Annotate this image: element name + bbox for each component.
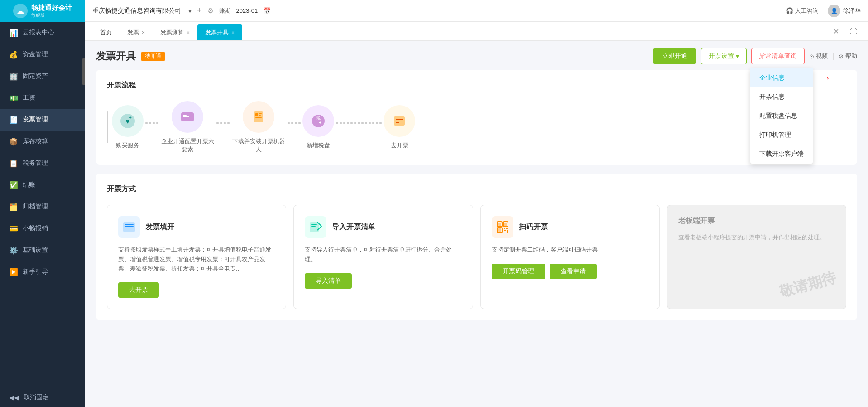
video-button[interactable]: ⊙ 视频 (809, 52, 828, 60)
add-company-icon[interactable]: + (197, 6, 202, 15)
abnormal-button[interactable]: 异常清单查询 (751, 48, 805, 64)
svg-rect-4 (183, 115, 187, 116)
svg-rect-16 (396, 121, 401, 121)
svg-rect-30 (498, 228, 501, 232)
step4-label: 新增税盘 (307, 141, 330, 150)
dot (365, 122, 367, 124)
sidebar-label-jichushezhi: 基础设置 (23, 246, 48, 254)
pin-icon: ◀◀ (9, 394, 19, 401)
card1-button[interactable]: 去开票 (118, 282, 159, 298)
step2-icon (172, 101, 203, 133)
inventory-icon: 📦 (9, 137, 18, 146)
sidebar-item-jiezhang[interactable]: ✅ 结账 (0, 174, 85, 196)
sidebar-item-yunbaobiao[interactable]: 📊 云报表中心 (0, 22, 85, 44)
period-label: 账期 (219, 7, 231, 15)
dots-3 (288, 122, 301, 124)
methods-grid: 发票填开 支持按照发票样式手工填开发票；可开具增值税电子普通发票、增值税普通发票… (107, 205, 846, 309)
dot (379, 122, 382, 124)
svg-rect-23 (311, 224, 317, 225)
page-header: 发票开具 待开通 立即开通 开票设置 ▾ 企业信息 (85, 41, 868, 70)
fapiao-tab-label: 发票 (127, 29, 139, 37)
sidebar-item-guidang[interactable]: 🗂️ 归档管理 (0, 196, 85, 218)
tab-home[interactable]: 首页 (92, 24, 120, 40)
dot (361, 122, 364, 124)
settings-button[interactable]: 开票设置 ▾ (701, 48, 747, 64)
step3-icon (243, 101, 274, 133)
dot (350, 122, 353, 124)
close-window-button[interactable]: ✕ (830, 25, 843, 38)
tab-fapiaocesuan[interactable]: 发票测算 × (153, 24, 197, 40)
card3-button2[interactable]: 查看申请 (550, 264, 597, 279)
flow-step-1: ♥+ 购买服务 (112, 105, 144, 150)
user-info[interactable]: 👤 徐泽华 (828, 5, 861, 17)
tab-bar: 首页 发票 × 发票测算 × 发票开具 × ✕ ⛶ (85, 22, 868, 41)
sidebar-item-zijin[interactable]: 💰 资金管理 (0, 44, 85, 65)
dots-2 (216, 122, 230, 124)
overlay-text: 敬请期待 (777, 268, 838, 303)
tab-fapiaokuju[interactable]: 发票开具 × (197, 24, 242, 40)
help-button[interactable]: ⊘ 帮助 (839, 52, 857, 60)
check-icon: ✅ (9, 180, 18, 189)
maximize-window-button[interactable]: ⛶ (846, 26, 861, 38)
cancel-fixed-button[interactable]: ◀◀ 取消固定 (0, 388, 85, 407)
sidebar-item-baoxiao[interactable]: 💳 小畅报销 (0, 218, 85, 239)
svg-rect-10 (255, 117, 262, 118)
expense-icon: 💳 (9, 224, 18, 233)
settings-icon[interactable]: ⚙ (207, 6, 214, 15)
step2-label: 企业开通配置开票六要素 (160, 137, 215, 154)
dropdown-item-kaipiaoxinxi[interactable]: 开票信息 (750, 87, 813, 107)
dot (295, 122, 297, 124)
tab-fapiao[interactable]: 发票 × (120, 24, 153, 40)
dropdown-item-peizhi[interactable]: 配置税盘信息 (750, 107, 813, 126)
sidebar-label-gudingzichan: 固定资产 (23, 72, 48, 80)
kuju-tab-close[interactable]: × (231, 29, 235, 36)
dot (354, 122, 356, 124)
company-name: 重庆畅捷交通信息咨询有限公司 (92, 7, 181, 15)
sidebar-item-gudingzichan[interactable]: 🏢 固定资产 (0, 65, 85, 87)
sidebar-item-fapiao[interactable]: 🧾 发票管理 (0, 109, 85, 131)
card1-header: 发票填开 (118, 216, 275, 238)
sidebar-label-baoxiao: 小畅报销 (23, 224, 48, 233)
svg-rect-24 (311, 226, 316, 227)
svg-rect-32 (506, 228, 508, 229)
cesuan-tab-close[interactable]: × (187, 29, 190, 36)
company-dropdown-icon[interactable]: ▾ (188, 7, 192, 15)
dot (376, 122, 378, 124)
sidebar-label-zijin: 资金管理 (23, 50, 48, 58)
methods-section-title: 开票方式 (107, 184, 846, 194)
flow-step-2: 企业开通配置开票六要素 (160, 101, 215, 154)
dropdown-item-dayin[interactable]: 打印机管理 (750, 126, 813, 145)
flow-step-divider-area (107, 111, 108, 143)
calendar-icon[interactable]: 📅 (263, 7, 271, 15)
page-title-area: 发票开具 待开通 (96, 49, 165, 63)
sidebar-item-gongzi[interactable]: 💵 工资 (0, 87, 85, 109)
method-card-saoma: 扫码开票 支持定制开票二维码，客户端可扫码开票 开票码管理 查看申请 (480, 205, 660, 309)
activate-button[interactable]: 立即开通 (653, 48, 696, 64)
card2-button[interactable]: 导入清单 (305, 273, 352, 289)
dropdown-item-qiyexinxi[interactable]: 企业信息 → (750, 68, 813, 87)
red-arrow-icon: → (821, 72, 831, 84)
flow-steps: ♥+ 购买服务 (107, 101, 846, 154)
user-name: 徐泽华 (843, 7, 861, 15)
sidebar-item-shuiwu[interactable]: 📋 税务管理 (0, 152, 85, 174)
service-button[interactable]: 🎧 人工咨询 (786, 7, 819, 15)
money-icon: 💰 (9, 50, 18, 59)
invoice-icon: 🧾 (9, 115, 18, 124)
dot (149, 122, 151, 124)
building-icon: 🏢 (9, 72, 18, 81)
sidebar-item-jichushezhi[interactable]: ⚙️ 基础设置 (0, 239, 85, 261)
fapiao-tab-close[interactable]: × (142, 29, 145, 36)
logo-icon: ☁ (13, 4, 28, 18)
dot (227, 122, 230, 124)
home-tab-label: 首页 (100, 29, 112, 37)
card2-icon (305, 216, 326, 238)
dropdown-item-xiazai[interactable]: 下载开票客户端 (750, 145, 813, 164)
card2-desc: 支持导入待开票清单，可对待开票清单进行拆分、合并处理。 (305, 245, 461, 264)
sidebar-item-xinshouyindao[interactable]: ▶️ 新手引导 (0, 261, 85, 283)
sidebar-item-kucun[interactable]: 📦 库存核算 (0, 131, 85, 152)
card3-button1[interactable]: 开票码管理 (492, 264, 545, 279)
help-circle-icon: ⊘ (839, 53, 844, 60)
svg-rect-7 (255, 113, 258, 116)
dot (156, 122, 158, 124)
card4-title: 老板端开票 (678, 216, 715, 226)
